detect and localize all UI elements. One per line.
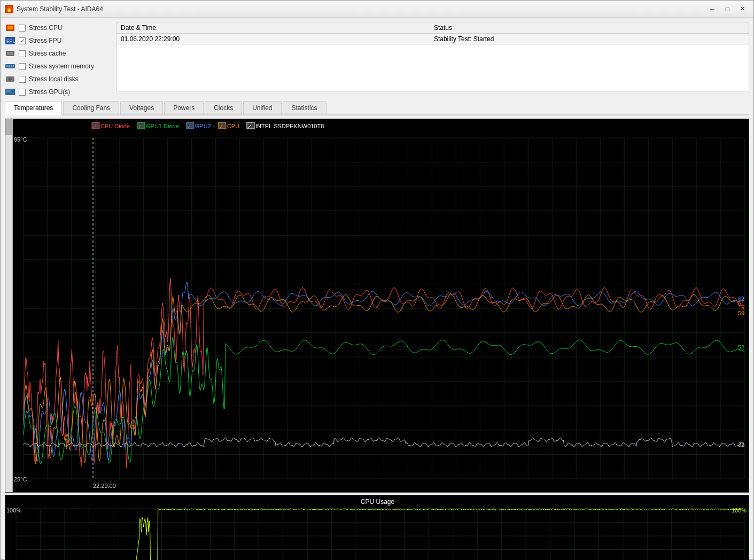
chart-scrollbar[interactable]	[5, 119, 13, 492]
cpu-icon	[5, 24, 15, 32]
svg-point-13	[10, 79, 11, 80]
minimize-button[interactable]: ─	[705, 4, 719, 14]
temperature-canvas	[13, 119, 749, 492]
stress-gpu-label: Stress GPU(s)	[29, 88, 70, 96]
temperature-chart	[5, 119, 749, 493]
maximize-button[interactable]: □	[720, 4, 734, 14]
close-window-button[interactable]: ✕	[735, 4, 749, 14]
tabs-section: Temperatures Cooling Fans Voltages Power…	[5, 101, 749, 115]
stress-memory-label: Stress system memory	[29, 63, 94, 70]
main-content: Stress CPU FPU Stress FPU Stress ca	[1, 18, 753, 560]
window-title: System Stability Test - AIDA64	[17, 5, 103, 13]
stress-fpu-checkbox[interactable]	[19, 37, 26, 44]
stress-memory-checkbox[interactable]	[19, 63, 26, 70]
stress-disks-item: Stress local disks	[5, 73, 112, 85]
svg-rect-1	[7, 26, 13, 29]
table-row: 01.06.2020 22:29:00 Stability Test: Star…	[116, 34, 749, 45]
fpu-icon: FPU	[5, 36, 15, 45]
cpu-canvas	[5, 495, 749, 560]
main-window: 🔥 System Stability Test - AIDA64 ─ □ ✕ S…	[0, 0, 754, 560]
memory-icon	[5, 62, 15, 71]
log-datetime-cell: 01.06.2020 22:29:00	[116, 34, 430, 45]
stress-gpu-item: Stress GPU(s)	[5, 86, 112, 98]
svg-rect-16	[12, 90, 13, 92]
stress-cpu-label: Stress CPU	[29, 24, 63, 32]
tab-powers[interactable]: Powers	[164, 101, 204, 114]
stress-memory-item: Stress system memory	[5, 60, 112, 72]
cpu-usage-chart	[5, 495, 749, 560]
app-icon: 🔥	[5, 5, 13, 13]
tab-statistics[interactable]: Statistics	[283, 101, 327, 114]
svg-rect-8	[9, 65, 10, 67]
title-bar-left: 🔥 System Stability Test - AIDA64	[5, 5, 103, 13]
tab-voltages[interactable]: Voltages	[120, 101, 163, 114]
stress-fpu-label: Stress FPU	[29, 37, 61, 44]
svg-rect-5	[7, 52, 13, 55]
disks-icon	[5, 75, 15, 83]
stress-cache-item: Stress cache	[5, 48, 112, 59]
scrollbar-thumb[interactable]	[5, 119, 13, 135]
tab-clocks[interactable]: Clocks	[205, 101, 242, 114]
tab-temperatures[interactable]: Temperatures	[5, 101, 62, 115]
tab-unified[interactable]: Unified	[243, 101, 281, 114]
stress-disks-checkbox[interactable]	[19, 76, 26, 83]
stress-gpu-checkbox[interactable]	[19, 89, 26, 96]
svg-rect-15	[6, 90, 11, 92]
svg-text:FPU: FPU	[6, 38, 15, 44]
top-section: Stress CPU FPU Stress FPU Stress ca	[5, 22, 749, 98]
stress-disks-label: Stress local disks	[29, 75, 79, 83]
tab-bar: Temperatures Cooling Fans Voltages Power…	[5, 101, 749, 115]
stress-cpu-item: Stress CPU	[5, 22, 112, 34]
svg-rect-7	[6, 65, 7, 67]
tab-cooling-fans[interactable]: Cooling Fans	[63, 101, 119, 114]
log-col-status: Status	[430, 22, 749, 34]
title-controls: ─ □ ✕	[705, 4, 749, 14]
svg-rect-9	[11, 65, 12, 67]
stress-fpu-item: FPU Stress FPU	[5, 35, 112, 46]
log-col-datetime: Date & Time	[116, 22, 430, 34]
log-status-cell: Stability Test: Started	[430, 34, 749, 45]
title-bar: 🔥 System Stability Test - AIDA64 ─ □ ✕	[1, 1, 753, 18]
stress-cache-label: Stress cache	[29, 50, 66, 57]
gpu-icon	[5, 88, 15, 96]
svg-rect-10	[13, 65, 14, 67]
charts-section	[5, 119, 749, 560]
log-table: Date & Time Status 01.06.2020 22:29:00 S…	[116, 22, 749, 91]
stress-panel: Stress CPU FPU Stress FPU Stress ca	[5, 22, 112, 98]
stress-cache-checkbox[interactable]	[19, 50, 26, 57]
cache-icon	[5, 49, 15, 58]
stress-cpu-checkbox[interactable]	[19, 25, 26, 32]
